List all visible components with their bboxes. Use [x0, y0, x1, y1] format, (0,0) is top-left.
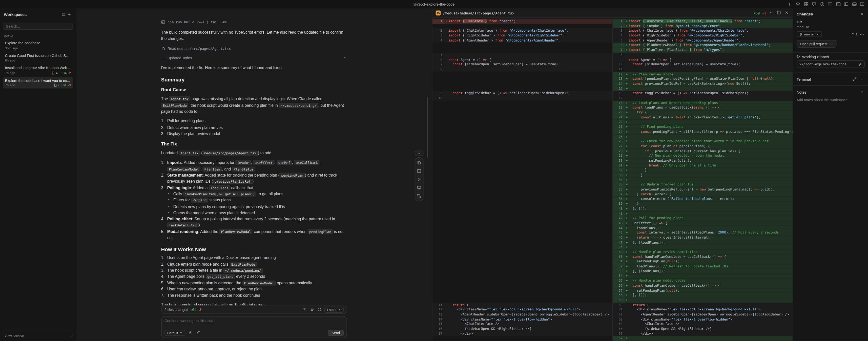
open-in-editor-icon[interactable] — [776, 10, 782, 16]
branch-selector[interactable]: master — [797, 31, 822, 37]
open-pr-button[interactable]: Open pull request — [797, 40, 836, 48]
archive-count: 0 — [70, 334, 72, 338]
attach-icon[interactable] — [188, 330, 193, 336]
diff-line: 46+ return () => clearInterval(interval)… — [612, 235, 793, 240]
model-dropdown[interactable]: Default — [164, 330, 185, 336]
search-input[interactable] — [3, 23, 73, 30]
diff-line: 8 — [612, 52, 793, 57]
new-workspace-button[interactable] — [67, 12, 72, 17]
split-panel-icon[interactable] — [416, 168, 422, 174]
preview-icon[interactable] — [416, 185, 422, 190]
diff-line: 67+ — [612, 336, 793, 341]
bullet-item: •Calls invoke<PlanItem[]>('get_all_plans… — [161, 191, 347, 197]
chevron-down-icon[interactable] — [343, 56, 347, 60]
file-type-icon: TS — [436, 10, 441, 15]
run-icon[interactable] — [416, 177, 422, 182]
visibility-icon[interactable] — [302, 307, 307, 312]
section-heading: The Fix — [161, 142, 347, 147]
diff-line: 38+ console.error('Failed to load plans:… — [612, 197, 793, 202]
close-changes-icon[interactable] — [859, 11, 865, 17]
workspace-item[interactable]: Install and integrate Vibe Kanban Web...… — [3, 64, 73, 76]
message-input[interactable] — [164, 318, 344, 326]
layers-icon[interactable] — [795, 1, 801, 7]
diff-line: 14 <div className="flex flex-1 overflow-… — [432, 317, 612, 322]
notes-placeholder[interactable]: Add notes about this workspace... — [793, 97, 868, 103]
diff-gap — [432, 187, 612, 192]
diff-line: 10 — [432, 96, 612, 100]
diff-line: 15+ — [612, 86, 793, 91]
workspace-settings-icon[interactable] — [61, 12, 67, 17]
diff-line: 27+ for (const plan of pendingPlans) { — [612, 144, 793, 149]
panel-left-icon[interactable] — [843, 1, 849, 7]
tool-call-row[interactable]: Read medusa/src/pages/Agent.tsx — [161, 46, 347, 51]
section-heading: Root Cause — [161, 88, 347, 93]
tool-call-row[interactable]: Updated Todos — [161, 56, 347, 60]
list-item: 7.The response is written back and the h… — [161, 292, 347, 299]
version-dropdown[interactable]: Latest — [324, 306, 344, 312]
new-terminal-icon[interactable] — [859, 76, 865, 82]
tool-call-row[interactable]: npm run build 2>&1 | tail -80 — [161, 20, 347, 24]
view-archive-link[interactable]: View Archive — [5, 334, 24, 338]
send-button[interactable]: Send — [328, 330, 344, 336]
arrow-up-icon — [851, 32, 855, 36]
close-diff-icon[interactable] — [784, 10, 789, 16]
list-item: 2.Detect when a new plan arrives — [161, 124, 347, 130]
copy-icon[interactable] — [416, 160, 422, 165]
panel-bottom-icon[interactable] — [851, 1, 857, 7]
working-branch-field[interactable]: vk/3ccf-explore-the-code — [797, 60, 865, 68]
diff-gap — [432, 283, 612, 288]
diff-gap — [432, 71, 612, 76]
window-title: vk/3ccf-explore-the-code — [413, 2, 455, 6]
ordered-list: 1.Poll for pending plans2.Detect when a … — [161, 118, 347, 137]
inline-code: Agent.tsx — [169, 96, 190, 101]
monitor-icon[interactable] — [827, 1, 833, 7]
collapse-handle[interactable] — [414, 151, 423, 156]
history-icon[interactable] — [819, 1, 825, 7]
diff-deletions: -1 — [762, 11, 766, 15]
chevron-down-icon[interactable] — [768, 10, 774, 16]
diff-line: 62 <AgentHeader sidebarOpen={sidebarOpen… — [612, 312, 793, 317]
inline-code: invoke<PlanItem[]>('get_all_plans') — [183, 191, 257, 196]
active-section-label: Active — [4, 34, 72, 37]
diff-gap — [432, 110, 612, 115]
edit-branch-icon[interactable] — [858, 62, 862, 66]
terminal-section-label[interactable]: Terminal — [797, 77, 811, 81]
chat-transcript: npm run build 2>&1 | tail -80The build c… — [76, 8, 432, 305]
diff-gap — [432, 149, 612, 153]
pause-icon[interactable] — [787, 1, 793, 7]
diff-gap — [432, 230, 612, 235]
workspace-item[interactable]: Explore the codebase35m ago — [3, 39, 73, 51]
diff-line: 12+ // Plan review state — [612, 71, 793, 76]
refresh-icon[interactable] — [317, 307, 322, 312]
maximize-terminal-icon[interactable] — [852, 76, 858, 82]
diff-line: 4import { RightSidebar } from "@/compone… — [612, 33, 793, 38]
more-options-icon[interactable] — [859, 31, 865, 37]
diff-file-path: /medusa/medusa/src/pages/Agent.tsx — [443, 11, 514, 15]
diff-list-icon[interactable] — [309, 307, 315, 312]
notes-section-label[interactable]: Notes — [797, 90, 807, 94]
list-item: 2.Claude enters plan mode and calls Exit… — [161, 261, 347, 268]
titlebar-actions — [787, 1, 865, 7]
grid-icon[interactable] — [803, 1, 809, 7]
diff-gap — [432, 197, 612, 202]
diff-line: 44+ loadPlans(); — [612, 226, 793, 230]
chat-scrollbar[interactable] — [426, 97, 428, 158]
diff-line: 3import { RightSidebar } from "@/compone… — [432, 33, 612, 38]
chat-icon[interactable] — [811, 1, 817, 7]
workspace-item[interactable]: Explore the codebase I want you to ex...… — [3, 76, 73, 89]
workspace-item[interactable]: Create Good First Issues on Github So...… — [3, 52, 73, 64]
additions-count: +61 — [190, 308, 196, 311]
terminal-icon[interactable] — [835, 1, 841, 7]
diff-line: 22+ — [612, 120, 793, 124]
bold-text: State management — [167, 173, 203, 178]
panel-right-icon[interactable] — [859, 1, 865, 7]
diff-gap — [432, 235, 612, 240]
tool-call-label: Read medusa/src/pages/Agent.tsx — [167, 47, 231, 51]
diff-header: TS /medusa/medusa/src/pages/Agent.tsx +5… — [432, 8, 793, 18]
edit-icon[interactable] — [195, 330, 201, 336]
git-compare-icon[interactable] — [416, 193, 422, 198]
list-item: 4.The Agent page polls get_all_plans eve… — [161, 274, 347, 280]
diff-gap — [432, 288, 612, 293]
notes-chevron-icon[interactable] — [859, 89, 865, 95]
deletions-count: -3 — [198, 308, 201, 311]
